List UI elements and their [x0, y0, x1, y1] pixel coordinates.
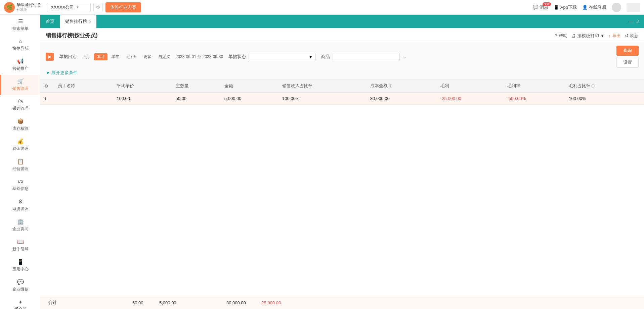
- cell-quantity: 50.00: [172, 93, 220, 105]
- message-btn[interactable]: 💬 消息 99+: [533, 4, 548, 10]
- tab-bar-right: — ⤢: [625, 19, 644, 24]
- status-select-arrow: ▼: [308, 54, 313, 59]
- goods-filter-group: 商品 ···: [321, 53, 406, 61]
- avatar[interactable]: [612, 3, 621, 12]
- tab-home[interactable]: 首页: [40, 15, 60, 28]
- cell-name: [54, 93, 113, 105]
- message-badge: 99+: [543, 2, 551, 6]
- trial-button[interactable]: 体验行业方案: [105, 2, 141, 12]
- help-btn[interactable]: ? 帮助: [555, 33, 567, 39]
- sidebar-item-label: 系统管理: [12, 206, 29, 212]
- col-sales-ratio: 销售收入占比%: [278, 80, 366, 93]
- vip-icon: ♦: [19, 299, 22, 305]
- table-row[interactable]: 1 100.00 50.00 5,000.00 100.00% 30,000.0…: [40, 93, 644, 105]
- date-opt-more[interactable]: 更多: [141, 53, 154, 60]
- date-opt-this-month[interactable]: 本月: [94, 53, 108, 60]
- purchase-icon: 🛍: [18, 98, 23, 104]
- sidebar-item-sales[interactable]: 🛒 销售管理: [0, 75, 40, 95]
- search-icon: ☰: [18, 18, 23, 24]
- sidebar-item-marketing[interactable]: 📢 营销推广: [0, 55, 40, 75]
- data-table: ⚙ 员工名称 平均单价 主数量 全额 销售收入占比% 成本全额 ⓘ 毛利: [40, 80, 644, 105]
- goods-input[interactable]: [333, 53, 400, 61]
- settings-icon-btn[interactable]: ⚙: [93, 3, 103, 12]
- sidebar-item-label: 企业协同: [12, 226, 29, 232]
- arrow-icon: ▶: [48, 54, 51, 59]
- cost-info-icon[interactable]: ⓘ: [389, 84, 392, 88]
- user-name-area[interactable]: [627, 3, 640, 12]
- footer-amount: 5,000.00: [155, 300, 185, 305]
- page-content: 销售排行榜(按业务员) ? 帮助 🖨 按模板打印 ▼ ↑ 导出: [40, 28, 644, 309]
- filter-toggle-btn[interactable]: ▶: [46, 53, 54, 61]
- operations-icon: 📋: [17, 158, 24, 165]
- date-opt-7days[interactable]: 近7天: [124, 53, 139, 60]
- sidebar-item-search-order[interactable]: ☰ 搜索菜单: [0, 15, 40, 35]
- col-avg-price: 平均单价: [113, 80, 171, 93]
- cell-amount: 5,000.00: [220, 93, 278, 105]
- home-icon: ⌂: [19, 38, 22, 44]
- sidebar-item-inventory[interactable]: 📦 库存核算: [0, 115, 40, 135]
- refresh-btn[interactable]: ↺ 刷新: [625, 33, 639, 39]
- query-button[interactable]: 查询: [616, 46, 639, 56]
- gross-ratio-info-icon[interactable]: ⓘ: [591, 84, 595, 88]
- sidebar-item-app-center[interactable]: 📱 应用中心: [0, 255, 40, 275]
- col-quantity: 主数量: [172, 80, 220, 93]
- col-gear: ⚙: [40, 80, 54, 93]
- sidebar-item-label: 基础信息: [12, 186, 29, 192]
- sidebar-item-quick-nav[interactable]: ⌂ 快捷导航: [0, 35, 40, 55]
- sidebar-item-label: 库存核算: [12, 126, 29, 132]
- tab-sales-ranking[interactable]: 销售排行榜 ×: [60, 15, 96, 28]
- tab-minimize-icon[interactable]: —: [629, 19, 633, 24]
- tab-close-icon[interactable]: ×: [89, 19, 91, 23]
- date-opt-custom[interactable]: 自定义: [156, 53, 173, 60]
- sidebar-item-guide[interactable]: 📖 新手引导: [0, 235, 40, 255]
- sidebar-item-purchase[interactable]: 🛍 采购管理: [0, 95, 40, 115]
- cell-gross-profit: -25,000.00: [436, 93, 503, 105]
- tab-maximize-icon[interactable]: ⤢: [636, 19, 640, 24]
- template-print-btn[interactable]: 🖨 按模板打印 ▼: [571, 33, 605, 39]
- dropdown-icon: ▼: [600, 33, 605, 38]
- message-icon: 💬: [533, 5, 538, 10]
- date-opt-this-year[interactable]: 本年: [109, 53, 122, 60]
- status-select[interactable]: ▼: [249, 53, 316, 61]
- top-header: 🌿 畅康通好生意 标准版 XXXXX公司 ▼ ⚙ 体验行业方案 💬 消息 99+…: [0, 0, 644, 15]
- expand-more-btn[interactable]: ▼ 展开更多条件: [46, 70, 639, 76]
- page-actions: ? 帮助 🖨 按模板打印 ▼ ↑ 导出 ↺ 刷新: [555, 33, 639, 39]
- sidebar-item-operations[interactable]: 📋 经营管理: [0, 155, 40, 175]
- date-filter-label: 单据日期: [59, 54, 77, 60]
- footer-cost: 30,000.00: [222, 300, 256, 305]
- date-opt-last-month[interactable]: 上月: [79, 53, 93, 60]
- marketing-icon: 📢: [17, 58, 24, 64]
- cell-sales-ratio: 100.00%: [278, 93, 366, 105]
- sidebar-item-label: 快捷导航: [12, 46, 29, 51]
- sidebar-item-label: 新手引导: [12, 246, 29, 252]
- online-service-btn[interactable]: 👤 在线客服: [582, 4, 606, 10]
- system-icon: ⚙: [18, 198, 23, 205]
- col-cost: 成本全额 ⓘ: [366, 80, 436, 93]
- content-area: 首页 销售排行榜 × — ⤢ 销售排行榜(按业务员) ? 帮助: [40, 15, 644, 309]
- company-selector[interactable]: XXXXX公司 ▼: [47, 3, 91, 12]
- sidebar-item-system[interactable]: ⚙ 系统管理: [0, 195, 40, 215]
- page-title: 销售排行榜(按业务员): [46, 32, 98, 39]
- download-icon: 📱: [554, 5, 559, 10]
- tab-bar: 首页 销售排行榜 × — ⤢: [40, 15, 644, 28]
- sidebar-item-enterprise[interactable]: 🏢 企业协同: [0, 215, 40, 235]
- app-download-btn[interactable]: 📱 App下载: [554, 4, 577, 10]
- sidebar-item-finance[interactable]: 💰 资金管理: [0, 135, 40, 155]
- sidebar-item-label: 销售管理: [12, 86, 29, 92]
- company-name: XXXXX公司: [51, 4, 74, 10]
- filter-row: ▶ 单据日期 上月 本月 本年 近7天 更多 自定义 2023-: [46, 46, 639, 68]
- inventory-icon: 📦: [17, 118, 24, 124]
- col-gross-profit: 毛利: [436, 80, 503, 93]
- sidebar-item-wechat[interactable]: 💬 企业微信: [0, 275, 40, 296]
- date-options: 上月 本月 本年 近7天 更多 自定义: [79, 53, 173, 60]
- expand-icon: ▼: [46, 70, 50, 75]
- sidebar-item-basic-info[interactable]: 🗂 基础信息: [0, 175, 40, 195]
- more-options-icon[interactable]: ···: [402, 54, 406, 59]
- finance-icon: 💰: [17, 138, 24, 145]
- settings-button[interactable]: 设置: [616, 57, 639, 68]
- export-btn[interactable]: ↑ 导出: [609, 33, 621, 39]
- table-gear-icon[interactable]: ⚙: [44, 84, 48, 89]
- sidebar-item-vip[interactable]: ♦ 畅会员: [0, 296, 40, 309]
- status-filter-group: 单据状态 ▼: [228, 53, 316, 61]
- logo-text: 畅康通好生意: [17, 2, 41, 8]
